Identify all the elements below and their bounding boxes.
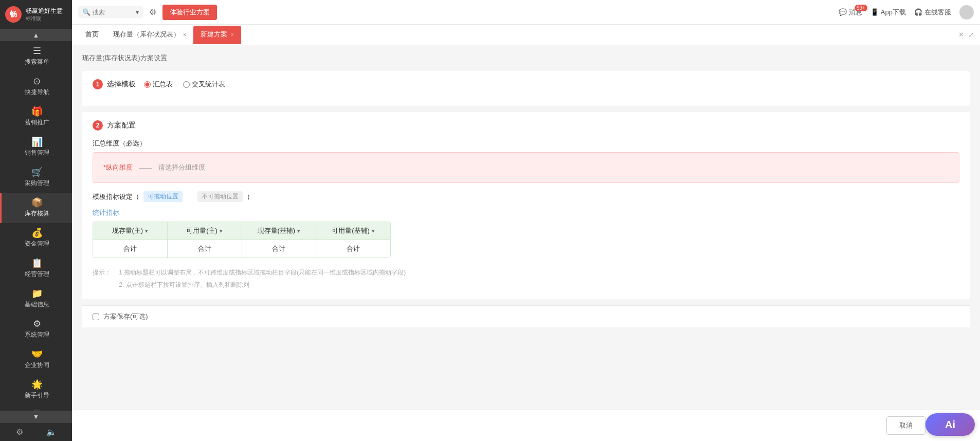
guide-icon: 🌟 (31, 380, 43, 389)
col-header-3-dropdown[interactable]: ▾ (372, 228, 375, 234)
tab-new-scheme[interactable]: 新建方案 × (193, 26, 241, 44)
sidebar-item-label: 系统管理 (25, 330, 49, 339)
trial-button[interactable]: 体验行业方案 (162, 5, 217, 20)
footer-save: 方案保存(可选) (82, 305, 970, 327)
ai-bubble[interactable]: Ai (925, 413, 975, 436)
cancel-button[interactable]: 取消 (886, 416, 925, 435)
logo-icon: 畅 (5, 6, 22, 23)
sidebar-item-label: 采购管理 (25, 179, 49, 188)
section2-header: 2 方案配置 (93, 120, 959, 131)
radio-cross-input[interactable] (183, 81, 190, 88)
sidebar-item-purchase[interactable]: 🛒 采购管理 (0, 162, 72, 193)
tabs-bar: 首页 现存量（库存状况表） × 新建方案 × ✕ ⤢ (72, 25, 980, 45)
sidebar-item-search-menu[interactable]: ☰ 搜索菜单 (0, 41, 72, 71)
col-header-0[interactable]: 现存量(主) ▾ (93, 222, 168, 240)
customer-service-btn[interactable]: 🎧 在线客服 (914, 8, 951, 17)
sidebar-nav: ☰ 搜索菜单 ⊙ 快捷导航 🎁 营销推广 📊 销售管理 🛒 采购管理 📦 库存核… (0, 41, 72, 411)
sidebar-item-marketing[interactable]: 🎁 营销推广 (0, 102, 72, 132)
search-dropdown-icon[interactable]: ▾ (136, 9, 139, 16)
col-body-3: 合计 (316, 240, 390, 258)
tip-prefix-2 (93, 281, 117, 288)
purchase-icon: 🛒 (31, 168, 43, 177)
marketing-icon: 🎁 (31, 107, 43, 116)
app-edition: 标准版 (26, 15, 63, 22)
col-header-1[interactable]: 可用量(主) ▾ (168, 222, 242, 240)
section1-header: 1 选择模板 汇总表 交叉统计表 (93, 79, 959, 89)
sidebar-scroll-up[interactable]: ▲ (0, 29, 72, 41)
tab-home[interactable]: 首页 (78, 26, 106, 44)
sidebar-item-quick-nav[interactable]: ⊙ 快捷导航 (0, 71, 72, 102)
radio-summary-input[interactable] (144, 81, 151, 88)
content-area: 现存量(库存状况表)方案设置 1 选择模板 汇总表 交叉统计表 (72, 45, 980, 410)
section2-title: 方案配置 (107, 121, 136, 130)
stats-table: 现存量(主) ▾ 可用量(主) ▾ 现存量(基辅) ▾ 可用量(基辅) (93, 222, 391, 258)
col-header-2[interactable]: 现存量(基辅) ▾ (242, 222, 317, 240)
tip-text-2: 2. 点击标题栏下拉可设置排序、插入列和删除列 (119, 281, 249, 288)
tab-inventory[interactable]: 现存量（库存状况表） × (106, 26, 193, 44)
tip-text-1: 1.拖动标题栏可以调整布局，不可跨维度或指标区域拖动栏目字段(只能在同一维度或指… (119, 269, 406, 276)
search-input[interactable] (93, 9, 134, 16)
app-download-btn[interactable]: 📱 App下载 (870, 8, 906, 17)
col-header-3-label: 可用量(基辅) (332, 226, 370, 235)
sidebar-bottom: ⚙ 🔈 (0, 422, 72, 441)
search-box: 🔍 ▾ (78, 6, 143, 18)
col-body-2: 合计 (242, 240, 317, 258)
dimension-arrow: —— (139, 164, 152, 172)
col-header-0-dropdown[interactable]: ▾ (145, 228, 148, 234)
tab-expand-icon[interactable]: ⤢ (968, 31, 974, 39)
customer-service-label: 在线客服 (924, 8, 951, 17)
sidebar-item-guide[interactable]: 🌟 新手引导 (0, 375, 72, 405)
radio-cross[interactable]: 交叉统计表 (183, 80, 225, 89)
dimension-box[interactable]: *纵向维度 —— 请选择分组维度 (93, 152, 959, 183)
search-icon: 🔍 (82, 8, 90, 16)
sidebar-item-system[interactable]: ⚙ 系统管理 (0, 314, 72, 344)
settings-bottom-icon[interactable]: ⚙ (16, 427, 23, 437)
section1-title: 选择模板 (107, 80, 136, 89)
sidebar-item-label: 搜索菜单 (25, 58, 49, 66)
dimension-required: *纵向维度 (103, 163, 133, 172)
indicator-settings: 模板指标设定（ 可拖动位置 不可拖动位置 ） 统计指标 现存量(主) ▾ 可 (93, 191, 959, 291)
tab-close-icon[interactable]: ✕ (958, 31, 964, 39)
col-header-0-label: 现存量(主) (112, 226, 143, 235)
tab-new-scheme-close[interactable]: × (230, 31, 233, 38)
col-body-2-label: 合计 (272, 244, 285, 253)
col-header-3[interactable]: 可用量(基辅) ▾ (316, 222, 390, 240)
audio-bottom-icon[interactable]: 🔈 (46, 427, 57, 437)
radio-summary[interactable]: 汇总表 (144, 80, 173, 89)
col-header-1-label: 可用量(主) (186, 226, 217, 235)
sidebar-item-inventory[interactable]: 📦 库存核算 (0, 193, 72, 223)
template-radio-group: 汇总表 交叉统计表 (144, 80, 225, 89)
section1-number: 1 (93, 79, 103, 89)
app-name: 畅赢通好生意 (26, 7, 63, 15)
tab-inventory-close[interactable]: × (183, 31, 186, 38)
sidebar-item-management[interactable]: 📋 经营管理 (0, 253, 72, 284)
sidebar-item-label: 经营管理 (25, 270, 49, 279)
col-header-1-dropdown[interactable]: ▾ (220, 228, 223, 234)
messages-btn[interactable]: 💬 消息 99+ (839, 8, 862, 17)
sidebar-item-sales[interactable]: 📊 销售管理 (0, 132, 72, 162)
gear-icon[interactable]: ⚙ (149, 7, 156, 17)
sidebar-item-cooperation[interactable]: 🤝 企业协同 (0, 344, 72, 375)
sidebar-item-app-center[interactable]: 📱 应用中心 (0, 405, 72, 411)
messages-icon: 💬 (839, 8, 847, 16)
tab-home-label: 首页 (85, 30, 99, 39)
stats-table-header: 现存量(主) ▾ 可用量(主) ▾ 现存量(基辅) ▾ 可用量(基辅) (93, 222, 390, 240)
sidebar-item-label: 营销推广 (25, 118, 49, 127)
col-body-3-label: 合计 (347, 244, 360, 253)
management-icon: 📋 (31, 259, 43, 268)
sidebar-logo: 畅 畅赢通好生意 标准版 (0, 0, 72, 29)
dimension-placeholder: 请选择分组维度 (158, 163, 205, 172)
sidebar-item-finance[interactable]: 💰 资金管理 (0, 223, 72, 253)
indicator-settings-prefix: 模板指标设定（ (93, 192, 139, 201)
sidebar-item-label: 基础信息 (25, 300, 49, 309)
sidebar-item-basic-info[interactable]: 📁 基础信息 (0, 284, 72, 314)
col-header-2-dropdown[interactable]: ▾ (297, 228, 300, 234)
avatar[interactable] (959, 5, 974, 20)
col-body-0-label: 合计 (123, 244, 137, 253)
radio-cross-label: 交叉统计表 (192, 80, 225, 89)
basic-info-icon: 📁 (31, 289, 43, 298)
col-body-0: 合计 (93, 240, 168, 258)
sidebar-scroll-down[interactable]: ▼ (0, 411, 72, 422)
save-checkbox[interactable] (93, 314, 99, 320)
sidebar-item-label: 资金管理 (25, 240, 49, 248)
